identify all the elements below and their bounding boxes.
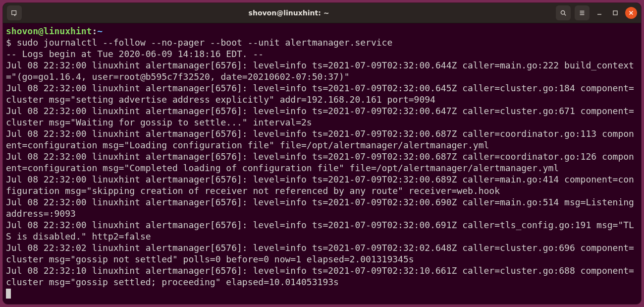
log-line: Jul 08 22:32:10 linuxhint alertmanager[6…	[6, 265, 634, 287]
hamburger-icon	[579, 9, 586, 16]
log-line: Jul 08 22:32:00 linuxhint alertmanager[6…	[6, 83, 634, 105]
svg-point-3	[561, 10, 564, 14]
log-line: Jul 08 22:32:00 linuxhint alertmanager[6…	[6, 151, 634, 173]
command-text: sudo journalctl --follow --no-pager --bo…	[17, 37, 393, 48]
log-header: -- Logs begin at Tue 2020-06-09 14:18:16…	[6, 49, 264, 59]
log-line: Jul 08 22:32:00 linuxhint alertmanager[6…	[6, 220, 634, 242]
log-line: Jul 08 22:32:00 linuxhint alertmanager[6…	[6, 128, 634, 150]
new-tab-icon	[11, 9, 18, 16]
terminal-cursor	[6, 289, 11, 299]
menu-button[interactable]	[575, 5, 590, 20]
minimize-icon	[596, 10, 602, 16]
minimize-button[interactable]	[593, 7, 605, 19]
prompt-user-host: shovon@linuxhint	[6, 26, 92, 36]
close-icon	[629, 10, 634, 15]
search-icon	[560, 9, 567, 16]
maximize-button[interactable]	[609, 7, 621, 19]
new-tab-button[interactable]	[7, 5, 22, 20]
terminal-body[interactable]: shovon@linuxhint:~ $ sudo journalctl --f…	[3, 23, 641, 304]
svg-line-4	[564, 14, 566, 15]
log-line: Jul 08 22:32:00 linuxhint alertmanager[6…	[6, 60, 634, 82]
prompt-dollar: $	[6, 37, 17, 48]
svg-rect-0	[12, 11, 16, 15]
prompt-colon: :	[92, 26, 97, 36]
terminal-window: shovon@linuxhint: ~	[3, 3, 641, 304]
close-button[interactable]	[625, 7, 637, 19]
search-button[interactable]	[556, 5, 571, 20]
log-line: Jul 08 22:32:00 linuxhint alertmanager[6…	[6, 106, 634, 127]
svg-rect-9	[613, 11, 617, 15]
log-line: Jul 08 22:32:00 linuxhint alertmanager[6…	[6, 174, 634, 196]
log-line: Jul 08 22:32:00 linuxhint alertmanager[6…	[6, 197, 640, 219]
titlebar: shovon@linuxhint: ~	[3, 3, 641, 23]
maximize-icon	[612, 10, 618, 16]
prompt-path: ~	[97, 26, 103, 36]
log-line: Jul 08 22:32:02 linuxhint alertmanager[6…	[6, 243, 634, 264]
window-title: shovon@linuxhint: ~	[26, 9, 552, 17]
